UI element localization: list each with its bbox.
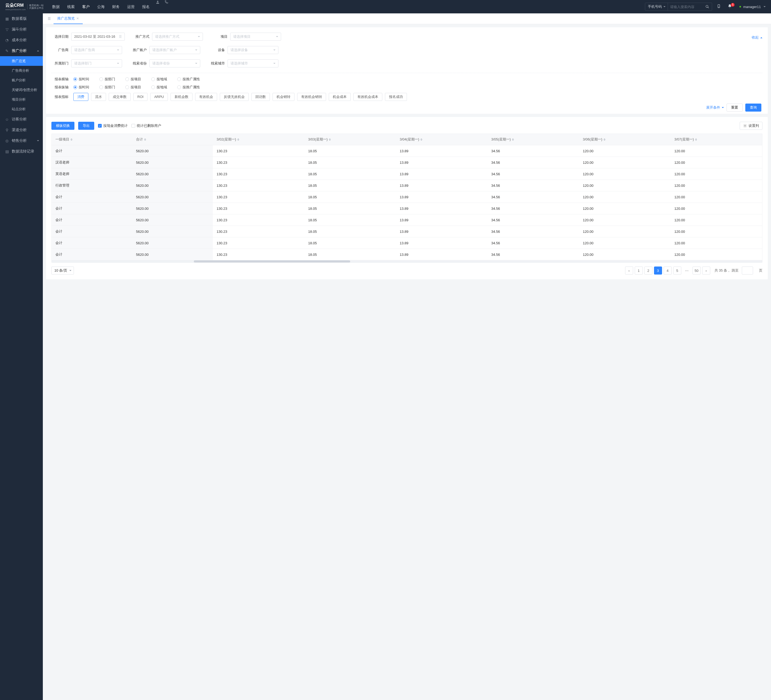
sidebar-subitem[interactable]: 项目分析 (0, 95, 43, 104)
nav-finance[interactable]: 财务 (109, 0, 124, 13)
axis-radio[interactable]: 按部门 (99, 77, 115, 81)
column-header[interactable]: 3/05(星期一) (488, 134, 579, 145)
column-header[interactable]: 合计 (132, 134, 213, 145)
sidebar-item[interactable]: ▽漏斗分析 (0, 24, 43, 35)
metric-tag[interactable]: 反馈无效机会 (220, 93, 249, 101)
nav-pool[interactable]: 公海 (93, 0, 109, 13)
filter-select[interactable]: 请选择设备 (228, 46, 278, 54)
metric-tag[interactable]: 回访数 (251, 93, 270, 101)
query-button[interactable]: 查询 (745, 104, 761, 112)
metric-tag[interactable]: 新机会数 (171, 93, 192, 101)
horizontal-scrollbar[interactable] (52, 260, 762, 263)
axis-radio[interactable]: 按地域 (151, 77, 167, 81)
collapse-link[interactable]: 收起 (752, 35, 763, 40)
sidebar-item[interactable]: ▦数据看版 (0, 13, 43, 24)
metric-tag[interactable]: 成交单数 (109, 93, 131, 101)
swap-axes-button[interactable]: 横纵切换 (51, 122, 75, 130)
metric-tag[interactable]: 消费 (73, 93, 88, 101)
column-header[interactable]: 3/02(星期一) (213, 134, 304, 145)
sidebar-item[interactable]: ☺访客分析 (0, 114, 43, 125)
nav-ops[interactable]: 运营 (124, 0, 138, 13)
sidebar-icon: ✎ (5, 49, 9, 53)
metric-tag[interactable]: 机会成本 (329, 93, 351, 101)
column-settings-button[interactable]: 设置列 (740, 122, 763, 130)
deleted-users-checkbox[interactable]: 统计已删除用户 (132, 123, 161, 128)
logo[interactable]: 云朵CRM www.yunduocrm.com 教育机构一站 式服务云平台 (5, 3, 44, 11)
axis-radio[interactable]: 按时间 (73, 77, 89, 81)
column-header[interactable]: 一级项目 (52, 134, 132, 145)
column-header[interactable]: 3/03(星期一) (304, 134, 396, 145)
filter-select[interactable]: 请选择城市 (228, 59, 278, 67)
last-page-button[interactable]: 50 (693, 266, 701, 274)
column-header[interactable]: 3/06(星期一) (579, 134, 671, 145)
page-size-select[interactable]: 10 条/页 (51, 266, 74, 274)
page-number[interactable]: 4 (664, 266, 672, 274)
column-header[interactable]: 3/07(星期一) (671, 134, 762, 145)
page-number[interactable]: 1 (635, 266, 643, 274)
sidebar-item[interactable]: ▤数据流转记录 (0, 146, 43, 157)
close-icon[interactable]: ✕ (76, 13, 79, 24)
page-number[interactable]: 2 (644, 266, 652, 274)
metric-tag[interactable]: ARPU (150, 93, 168, 101)
filter-select[interactable]: 请选择广告商 (71, 46, 122, 54)
page-number[interactable]: 5 (673, 266, 682, 274)
phone-icon[interactable] (162, 0, 171, 13)
jump-page-input[interactable] (742, 266, 753, 274)
table-row: 会计5620.00130.2318.0513.8934.56120.00120.… (52, 226, 762, 237)
metric-tag[interactable]: 机会销转 (273, 93, 294, 101)
filter-select[interactable]: 请选择推广账户 (150, 46, 200, 54)
sidebar-subitem[interactable]: 站点分析 (0, 104, 43, 114)
tab-promotion-overview[interactable]: 推广总预览 ✕ (54, 13, 83, 24)
search-type-select[interactable]: 手机号码 (645, 3, 668, 10)
hamburger-icon[interactable]: ☰ (45, 16, 54, 21)
filter-select[interactable]: 请选择推广方式 (152, 32, 203, 41)
sidebar-item[interactable]: ◔成本分析 (0, 35, 43, 45)
bell-icon[interactable]: 5 (725, 4, 734, 9)
metric-tag[interactable]: 报名成功 (385, 93, 407, 101)
sort-icon (420, 137, 423, 142)
axis-radio[interactable]: 按地域 (151, 85, 167, 89)
axis-radio[interactable]: 按推广属性 (177, 77, 200, 81)
sidebar-item[interactable]: ◎销售分析 (0, 135, 43, 146)
user-menu[interactable]: manager11 (739, 5, 766, 9)
date-range-picker[interactable]: 2021-03-02 至 2021-03-16 (71, 32, 125, 41)
logo-text: 云朵CRM (5, 3, 26, 8)
sidebar-subitem[interactable]: 广告商分析 (0, 66, 43, 75)
axis-radio[interactable]: 按时间 (73, 85, 89, 89)
sidebar-item[interactable]: ⚲渠道分析 (0, 125, 43, 135)
sidebar-subitem[interactable]: 账户分析 (0, 75, 43, 85)
svg-point-4 (745, 125, 745, 126)
axis-radio[interactable]: 按部门 (99, 85, 115, 89)
filter-select[interactable]: 请选择部门 (71, 59, 122, 67)
filter-select[interactable]: 请选择省份 (150, 59, 200, 67)
cash-consumption-checkbox[interactable]: 按现金消费统计 (98, 123, 128, 128)
metric-tag[interactable]: 有效机会成本 (353, 93, 382, 101)
nav-leads[interactable]: 线索 (63, 0, 78, 13)
prev-page-button[interactable]: ‹ (625, 266, 633, 274)
export-button[interactable]: 导出 (78, 122, 94, 130)
search-button[interactable] (703, 3, 712, 10)
metric-tag[interactable]: 流水 (91, 93, 106, 101)
sidebar-subitem[interactable]: 关键词/创意分析 (0, 85, 43, 95)
axis-radio[interactable]: 按项目 (125, 85, 141, 89)
user-icon[interactable] (153, 0, 162, 13)
nav-signup[interactable]: 报名 (138, 0, 153, 13)
metric-tag[interactable]: ROI (133, 93, 148, 101)
metric-tag[interactable]: 有效机会销转 (297, 93, 326, 101)
column-header[interactable]: 3/04(星期一) (396, 134, 488, 145)
metric-tag[interactable]: 有效机会 (195, 93, 217, 101)
filter-select[interactable]: 请选择项目 (230, 32, 281, 41)
axis-radio[interactable]: 按推广属性 (177, 85, 200, 89)
sidebar-subitem[interactable]: 推广总览 (0, 56, 43, 66)
next-page-button[interactable]: › (702, 266, 710, 274)
nav-data[interactable]: 数据 (49, 0, 63, 13)
sidebar-item[interactable]: ✎推广分析 (0, 45, 43, 56)
nav-customers[interactable]: 客户 (78, 0, 93, 13)
axis-radio[interactable]: 按项目 (125, 77, 141, 81)
search-input[interactable] (668, 5, 703, 9)
sort-icon (512, 137, 514, 142)
expand-conditions-link[interactable]: 展开条件 (706, 105, 724, 110)
reset-button[interactable]: 重置 (727, 104, 743, 112)
mobile-icon[interactable] (715, 4, 723, 10)
page-number[interactable]: 3 (654, 266, 662, 274)
